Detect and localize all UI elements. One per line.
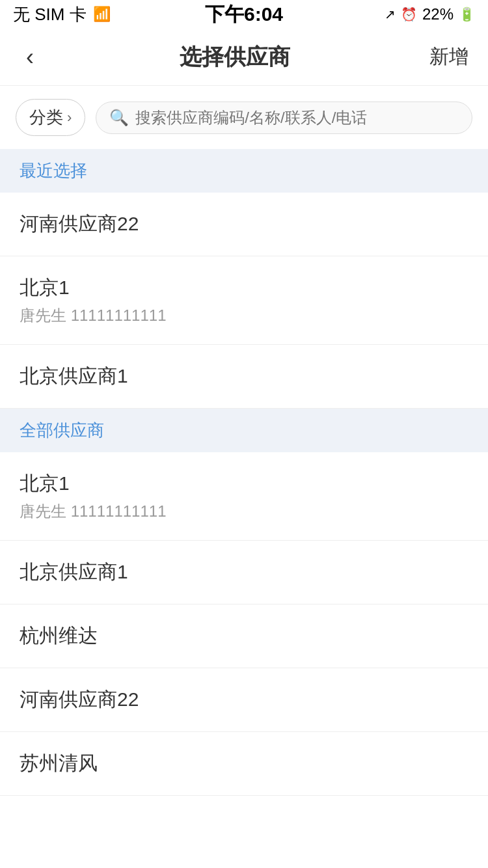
location-icon: ↗ xyxy=(385,7,396,22)
all-list-item[interactable]: 苏州清风 xyxy=(0,732,488,796)
status-bar: 无 SIM 卡 📶 下午6:04 ↗ ⏰ 22% 🔋 xyxy=(0,0,488,29)
battery-level: 22% xyxy=(422,5,454,23)
search-box[interactable]: 🔍 xyxy=(96,102,472,134)
item-name: 北京1 xyxy=(20,470,468,497)
page-title: 选择供应商 xyxy=(180,42,290,72)
status-right: ↗ ⏰ 22% 🔋 xyxy=(385,5,475,23)
nav-bar: ‹ 选择供应商 新增 xyxy=(0,29,488,86)
filter-bar: 分类 › 🔍 xyxy=(0,86,488,149)
item-sub: 唐先生 11111111111 xyxy=(20,305,468,326)
item-name: 北京供应商1 xyxy=(20,363,468,390)
recent-section-label: 最近选择 xyxy=(20,161,87,180)
search-icon: 🔍 xyxy=(109,109,129,127)
item-name: 河南供应商22 xyxy=(20,686,468,713)
status-time: 下午6:04 xyxy=(205,1,283,28)
category-label: 分类 xyxy=(29,106,63,129)
recent-section-header: 最近选择 xyxy=(0,149,488,193)
all-section-header: 全部供应商 xyxy=(0,409,488,452)
search-input[interactable] xyxy=(135,109,459,127)
all-list-item[interactable]: 北京1唐先生 11111111111 xyxy=(0,452,488,541)
item-sub: 唐先生 11111111111 xyxy=(20,501,468,522)
chevron-right-icon: › xyxy=(67,109,72,126)
category-filter-button[interactable]: 分类 › xyxy=(16,99,85,136)
recent-list-item[interactable]: 北京1唐先生 11111111111 xyxy=(0,256,488,345)
all-list-item[interactable]: 河南供应商22 xyxy=(0,668,488,732)
item-name: 河南供应商22 xyxy=(20,211,468,237)
item-name: 苏州清风 xyxy=(20,750,468,777)
all-list-item[interactable]: 杭州维达 xyxy=(0,604,488,668)
all-section-label: 全部供应商 xyxy=(20,420,104,440)
item-name: 北京1 xyxy=(20,275,468,301)
recent-items-list: 河南供应商22北京1唐先生 11111111111北京供应商1 xyxy=(0,193,488,409)
all-list-item[interactable]: 北京供应商1 xyxy=(0,541,488,604)
alarm-icon: ⏰ xyxy=(401,7,417,22)
add-button[interactable]: 新增 xyxy=(429,44,468,70)
item-name: 北京供应商1 xyxy=(20,559,468,586)
sim-text: 无 SIM 卡 xyxy=(13,3,87,26)
item-name: 杭州维达 xyxy=(20,623,468,649)
battery-icon: 🔋 xyxy=(459,7,475,22)
all-items-list: 北京1唐先生 11111111111北京供应商1杭州维达河南供应商22苏州清风 xyxy=(0,452,488,796)
status-left: 无 SIM 卡 📶 xyxy=(13,3,111,26)
recent-list-item[interactable]: 北京供应商1 xyxy=(0,345,488,409)
back-button[interactable]: ‹ xyxy=(20,37,40,77)
wifi-icon: 📶 xyxy=(93,6,111,23)
recent-list-item[interactable]: 河南供应商22 xyxy=(0,193,488,256)
